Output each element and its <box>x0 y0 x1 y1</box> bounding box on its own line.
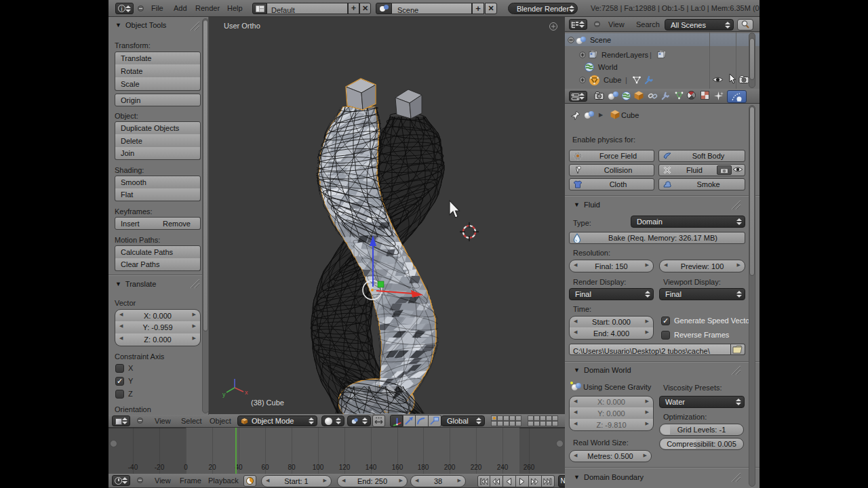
svg-text:x: x <box>245 389 248 396</box>
svg-text:(38) Cube: (38) Cube <box>251 399 284 407</box>
svg-text:User Ortho: User Ortho <box>224 22 260 30</box>
svg-text:y: y <box>222 391 226 398</box>
